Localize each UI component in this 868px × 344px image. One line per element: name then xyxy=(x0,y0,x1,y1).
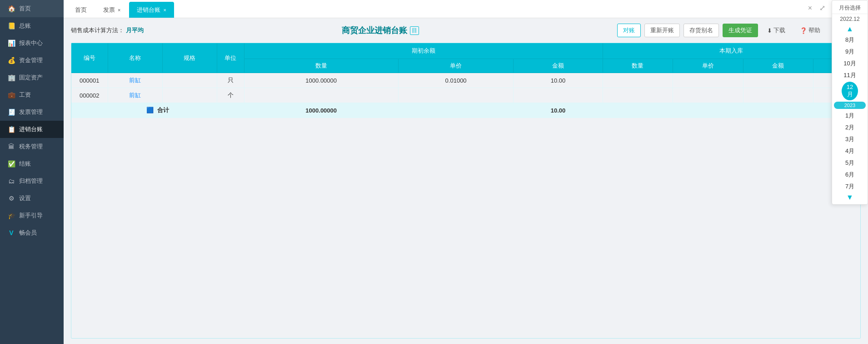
table-row: 000001 前缸 只 1000.00000 0.01000 10.00 xyxy=(71,73,860,88)
cost-method-value: 月平均 xyxy=(126,27,144,34)
sidebar-item-label: 设置 xyxy=(19,194,31,202)
sidebar-item-archive-management[interactable]: 🗂 归档管理 xyxy=(0,172,64,190)
sidebar-item-home[interactable]: 🏠 首页 xyxy=(0,0,64,17)
download-icon: ⬇ xyxy=(767,27,772,34)
in-amount-header: 金额 xyxy=(743,59,813,73)
row2-open-qty xyxy=(244,88,398,103)
save-as-button[interactable]: 存货别名 xyxy=(683,24,719,37)
sidebar-item-report-center[interactable]: 📊 报表中心 xyxy=(0,34,64,52)
total-in-amount xyxy=(743,103,813,118)
month-picker-header: 月份选择 xyxy=(832,2,868,14)
sidebar: 🏠 首页 📒 总账 📊 报表中心 💰 资金管理 🏢 固定资产 💼 工资 🧾 发票… xyxy=(0,0,64,344)
sidebar-item-settings[interactable]: ⚙ 设置 xyxy=(0,190,64,207)
fund-icon: 💰 xyxy=(7,57,15,64)
sidebar-item-general-ledger[interactable]: 📒 总账 xyxy=(0,17,64,34)
reconcile-button[interactable]: 对账 xyxy=(617,24,641,37)
col-name-header: 名称 xyxy=(108,43,162,73)
row1-in-price xyxy=(673,73,743,88)
tab-invoice-close[interactable]: × xyxy=(118,7,120,13)
sidebar-item-purchase-sales[interactable]: 📋 进销台账 xyxy=(0,121,64,138)
total-label: 🟦 合计 xyxy=(71,103,244,118)
cost-method-info: 销售成本计算方法： 月平均 xyxy=(71,26,144,34)
group-open-header: 期初余额 xyxy=(244,43,603,59)
sidebar-item-fixed-assets[interactable]: 🏢 固定资产 xyxy=(0,69,64,86)
total-open-amount: 10.00 xyxy=(514,103,603,118)
month-6[interactable]: 6月 xyxy=(832,169,868,181)
row1-id: 000001 xyxy=(71,73,108,88)
sidebar-item-label: 税务管理 xyxy=(19,143,43,151)
sidebar-item-vip-member[interactable]: V 畅会员 xyxy=(0,224,64,241)
sidebar-item-label: 归档管理 xyxy=(19,177,43,185)
month-nav-up[interactable]: ▲ xyxy=(832,24,868,34)
year-2023-badge: 2023 xyxy=(834,102,866,109)
row2-open-amount xyxy=(514,88,603,103)
tab-invoice-label: 发票 xyxy=(103,6,115,14)
payroll-icon: 💼 xyxy=(7,91,15,98)
year-2022-label: 2022.12 xyxy=(832,14,868,24)
total-icon: 🟦 xyxy=(146,107,154,113)
total-open-qty: 1000.00000 xyxy=(244,103,398,118)
sidebar-item-settlement[interactable]: ✅ 结账 xyxy=(0,155,64,172)
month-1[interactable]: 1月 xyxy=(832,110,868,122)
total-in-price xyxy=(673,103,743,118)
open-amount-header: 金额 xyxy=(514,59,603,73)
report-icon: 📊 xyxy=(7,39,15,47)
month-8[interactable]: 8月 xyxy=(832,34,868,46)
row1-unit: 只 xyxy=(217,73,244,88)
archive-icon: 🗂 xyxy=(7,177,15,185)
total-row: 🟦 合计 1000.00000 10.00 xyxy=(71,103,860,118)
purchase-sales-icon: 📋 xyxy=(7,126,15,133)
settlement-icon: ✅ xyxy=(7,160,15,167)
month-12[interactable]: 12月 xyxy=(842,82,858,100)
sidebar-item-fund-management[interactable]: 💰 资金管理 xyxy=(0,52,64,69)
sidebar-item-invoice-management[interactable]: 🧾 发票管理 xyxy=(0,103,64,121)
sidebar-item-label: 资金管理 xyxy=(19,56,43,64)
tab-purchase-sales[interactable]: 进销台账 × xyxy=(129,2,174,18)
open-qty-header: 数量 xyxy=(244,59,398,73)
row2-name[interactable]: 前缸 xyxy=(108,88,162,103)
sidebar-item-tax-management[interactable]: 🏛 税务管理 xyxy=(0,138,64,155)
download-button[interactable]: ⬇ 下载 xyxy=(762,24,791,37)
group-in-header: 本期入库 xyxy=(603,43,860,59)
month-4[interactable]: 4月 xyxy=(832,145,868,157)
row1-open-price: 0.01000 xyxy=(398,73,513,88)
tab-bar: 首页 发票 × 进销台账 × xyxy=(64,0,868,18)
tax-icon: 🏛 xyxy=(7,143,15,150)
month-2[interactable]: 2月 xyxy=(832,122,868,133)
month-7[interactable]: 7月 xyxy=(832,181,868,192)
month-3[interactable]: 3月 xyxy=(832,133,868,145)
sidebar-item-payroll[interactable]: 💼 工资 xyxy=(0,86,64,103)
invoice-icon: 🧾 xyxy=(7,108,15,116)
sidebar-item-label: 工资 xyxy=(19,91,31,99)
maximize-button[interactable]: ⤢ xyxy=(818,3,827,13)
month-picker-panel: 月份选择 2022.12 ▲ 8月 9月 10月 11月 12月 2023 1月… xyxy=(832,0,868,205)
month-10[interactable]: 10月 xyxy=(832,58,868,69)
month-11[interactable]: 11月 xyxy=(832,69,868,81)
tab-purchase-sales-close[interactable]: × xyxy=(163,7,166,13)
tab-home[interactable]: 首页 xyxy=(67,2,95,18)
row1-name[interactable]: 前缸 xyxy=(108,73,162,88)
close-button[interactable]: × xyxy=(806,3,814,13)
sidebar-item-label: 发票管理 xyxy=(19,108,43,116)
page-title-area: 商贸企业进销台账 目 xyxy=(342,25,419,36)
vip-icon: V xyxy=(7,229,15,236)
month-5[interactable]: 5月 xyxy=(832,157,868,169)
month-nav-down[interactable]: ▼ xyxy=(832,192,868,202)
table-row: 000002 前缸 个 xyxy=(71,88,860,103)
generate-voucher-button[interactable]: 生成凭证 xyxy=(723,24,758,37)
reopen-button[interactable]: 重新开账 xyxy=(644,24,680,37)
help-icon: ❓ xyxy=(800,27,807,34)
action-buttons: 对账 重新开账 存货别名 生成凭证 ⬇ 下载 ❓ 帮助 🔄 刷新 xyxy=(617,24,861,37)
info-icon[interactable]: 目 xyxy=(410,26,419,35)
row2-spec xyxy=(162,88,217,103)
col-spec-header: 规格 xyxy=(162,43,217,73)
sidebar-item-beginner-guide[interactable]: 🎓 新手引导 xyxy=(0,207,64,224)
main-area: × ⤢ 首页 发票 × 进销台账 × 销售成本计算方法： 月平均 商贸企业进销台… xyxy=(64,0,868,344)
month-9[interactable]: 9月 xyxy=(832,46,868,58)
row2-id: 000002 xyxy=(71,88,108,103)
help-button[interactable]: ❓ 帮助 xyxy=(794,24,826,37)
tab-invoice[interactable]: 发票 × xyxy=(95,2,128,18)
ledger-icon: 📒 xyxy=(7,22,15,29)
row2-in-qty xyxy=(603,88,673,103)
row1-open-amount: 10.00 xyxy=(514,73,603,88)
